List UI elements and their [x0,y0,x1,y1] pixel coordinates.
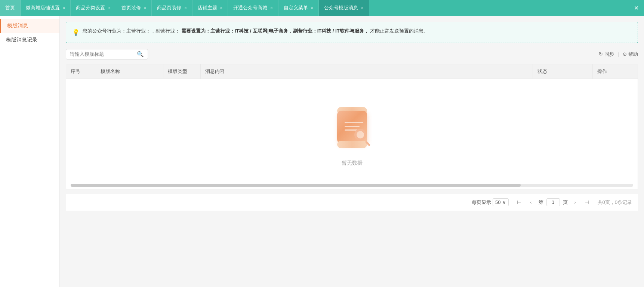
sidebar-item-template-record[interactable]: 模版消息记录 [0,33,59,47]
close-tab-homepage[interactable]: × [144,6,146,10]
nav-tab-weshop[interactable]: 微商城店铺设置 × [21,0,71,16]
nav-tab-template[interactable]: 公众号模版消息 × [319,0,369,16]
empty-state: 暂无数据 [66,79,638,181]
search-input-wrapper: 🔍 [66,49,148,59]
close-tab-weshop[interactable]: × [63,6,65,10]
content-area: 💡 您的公众号行业为：主营行业：，副营行业： 需要设置为：主营行业：IT科技 /… [60,16,644,287]
th-action: 操作 [593,64,638,79]
first-page-button[interactable]: ⊢ [515,198,524,207]
close-tab-product[interactable]: × [184,6,187,10]
search-button[interactable]: 🔍 [137,51,144,58]
close-tab-category[interactable]: × [108,6,110,10]
th-type: 模版类型 [163,64,201,79]
sidebar-item-template-msg[interactable]: 模版消息 [0,19,59,33]
search-bar: 🔍 ↻ 同步 | ⊙ 帮助 [66,49,638,59]
top-nav-bar: 首页 微商城店铺设置 × 商品分类设置 × 首页装修 × 商品页装修 × 店铺主… [0,0,644,16]
divider: | [618,51,619,57]
nav-tab-product[interactable]: 商品页装修 × [152,0,192,16]
th-content: 消息内容 [201,64,533,79]
empty-icon [326,101,378,154]
horizontal-scrollbar[interactable] [66,181,638,189]
scroll-doc-icon [333,107,371,148]
nav-tab-theme[interactable]: 店铺主题 × [192,0,228,16]
th-name: 模版名称 [96,64,163,79]
notice-text: 您的公众号行业为：主营行业：，副营行业： 需要设置为：主营行业：IT科技 / 互… [83,27,428,35]
page-size-select: 每页显示 50 ∨ [472,198,508,206]
notice-icon: 💡 [72,28,80,37]
prev-page-button[interactable]: ‹ [527,198,536,207]
next-page-button[interactable]: › [571,198,580,207]
page-total: 共0页，0条记录 [598,199,632,206]
sidebar: 模版消息 模版消息记录 [0,16,60,287]
table-header: 序号 模版名称 模版类型 消息内容 状态 操作 [66,64,638,79]
close-tab-custommenu[interactable]: × [311,6,313,10]
data-table: 序号 模版名称 模版类型 消息内容 状态 操作 [66,64,638,189]
help-icon: ⊙ [623,51,627,57]
pagination-bar: 每页显示 50 ∨ ⊢ ‹ 第 页 › ⊣ 共0页，0条记录 [66,194,638,211]
th-status: 状态 [533,64,593,79]
empty-text: 暂无数据 [342,160,363,167]
magnifier-icon [354,129,371,145]
nav-tab-homepage[interactable]: 首页装修 × [116,0,152,16]
page-size-dropdown[interactable]: 50 ∨ [493,198,508,206]
nav-tab-custommenu[interactable]: 自定义菜单 × [278,0,319,16]
close-tab-theme[interactable]: × [220,6,222,10]
sync-button[interactable]: ↻ 同步 [599,51,614,58]
dropdown-chevron-icon: ∨ [502,199,506,205]
help-button[interactable]: ⊙ 帮助 [623,51,638,58]
search-input[interactable] [70,51,135,57]
main-layout: 模版消息 模版消息记录 💡 您的公众号行业为：主营行业：，副营行业： 需要设置为… [0,16,644,287]
close-tab-template[interactable]: × [361,6,363,10]
close-all-button[interactable]: ✕ [629,0,644,16]
page-number-input[interactable] [546,198,560,206]
close-tab-open[interactable]: × [270,6,272,10]
notice-box: 💡 您的公众号行业为：主营行业：，副营行业： 需要设置为：主营行业：IT科技 /… [66,22,638,43]
nav-tab-category[interactable]: 商品分类设置 × [71,0,116,16]
nav-tab-open[interactable]: 开通公众号商城 × [228,0,278,16]
last-page-button[interactable]: ⊣ [583,198,592,207]
th-index: 序号 [66,64,96,79]
pagination: 每页显示 50 ∨ ⊢ ‹ 第 页 › ⊣ 共0页，0条记录 [472,198,632,207]
sync-icon: ↻ [599,51,603,57]
nav-tab-home[interactable]: 首页 [0,0,21,16]
toolbar-right: ↻ 同步 | ⊙ 帮助 [599,51,638,58]
